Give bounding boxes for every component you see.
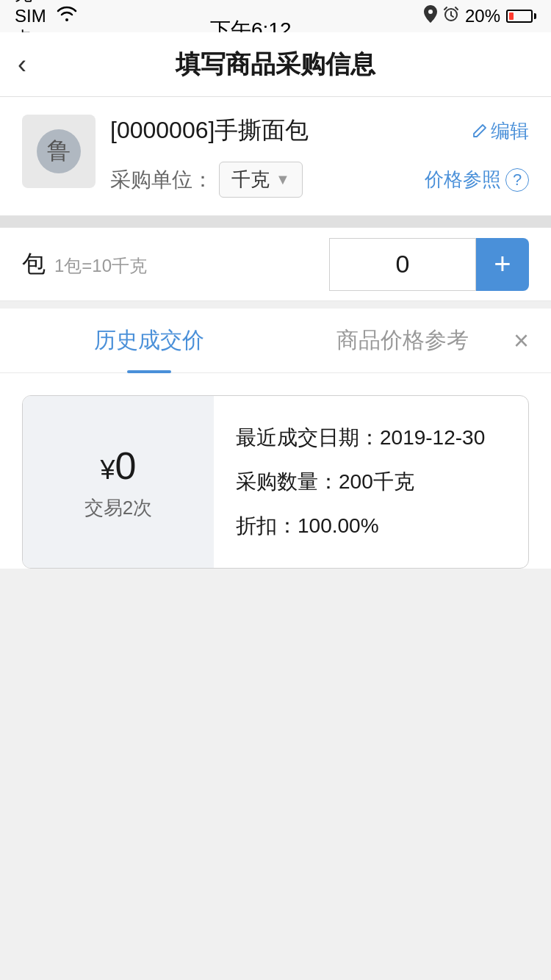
quantity-row: 包 1包=10千克 0 + bbox=[0, 228, 551, 301]
quantity-label: 包 1包=10千克 bbox=[22, 248, 147, 281]
history-card: ¥0 交易2次 最近成交日期：2019-12-30 采购数量：200千克 折扣：… bbox=[22, 395, 529, 569]
history-date-line: 最近成交日期：2019-12-30 bbox=[236, 422, 506, 453]
section-divider bbox=[0, 216, 551, 228]
quantity-hint: 1包=10千克 bbox=[54, 254, 147, 278]
price-ref-help-icon: ? bbox=[505, 168, 529, 192]
battery-icon bbox=[506, 10, 536, 23]
quantity-unit-label: 包 bbox=[22, 248, 46, 281]
quantity-input[interactable]: 0 bbox=[329, 238, 476, 291]
product-name: [0000006]手撕面包 bbox=[110, 115, 309, 147]
alarm-icon bbox=[443, 6, 459, 26]
history-discount-line: 折扣：100.00% bbox=[236, 511, 506, 541]
history-transaction-count: 交易2次 bbox=[84, 495, 152, 521]
status-bar: 无SIM卡 下午6:12 20% bbox=[0, 0, 551, 32]
product-info: [0000006]手撕面包 编辑 采购单位： 千克 ▼ 价格参照 ? bbox=[110, 115, 529, 198]
svg-text:鲁: 鲁 bbox=[47, 137, 71, 164]
history-detail-panel: 最近成交日期：2019-12-30 采购数量：200千克 折扣：100.00% bbox=[214, 396, 528, 568]
page-title: 填写商品采购信息 bbox=[176, 48, 375, 82]
history-price-panel: ¥0 交易2次 bbox=[23, 396, 214, 568]
product-section: 鲁 [0000006]手撕面包 编辑 采购单位： 千克 ▼ 价格参照 bbox=[0, 97, 551, 216]
unit-label: 采购单位： bbox=[110, 166, 213, 194]
edit-button[interactable]: 编辑 bbox=[472, 118, 529, 144]
battery-percentage: 20% bbox=[465, 6, 500, 26]
history-price-value: ¥0 bbox=[101, 444, 137, 488]
history-qty-line: 采购数量：200千克 bbox=[236, 466, 506, 497]
price-ref-button[interactable]: 价格参照 ? bbox=[425, 167, 529, 192]
currency-symbol: ¥ bbox=[101, 455, 115, 485]
tab-bar: 历史成交价 商品价格参考 × bbox=[0, 309, 551, 373]
main-content bbox=[0, 591, 551, 980]
nav-bar: ‹ 填写商品采购信息 bbox=[0, 32, 551, 97]
tab-market-price[interactable]: 商品价格参考 bbox=[276, 309, 529, 373]
unit-arrow-icon: ▼ bbox=[276, 171, 290, 188]
location-icon bbox=[424, 5, 437, 27]
tab-history[interactable]: 历史成交价 bbox=[22, 309, 276, 373]
product-image: 鲁 bbox=[22, 115, 96, 188]
quantity-plus-button[interactable]: + bbox=[476, 238, 529, 291]
status-right: 20% bbox=[424, 5, 536, 27]
quantity-input-wrap: 0 + bbox=[329, 238, 529, 291]
wifi-icon bbox=[57, 6, 77, 26]
tab-section: 历史成交价 商品价格参考 × ¥0 交易2次 最近成交日期：2019-12-30… bbox=[0, 309, 551, 569]
unit-select[interactable]: 千克 ▼ bbox=[219, 162, 303, 198]
tab-close-button[interactable]: × bbox=[514, 325, 529, 356]
back-button[interactable]: ‹ bbox=[18, 49, 26, 80]
